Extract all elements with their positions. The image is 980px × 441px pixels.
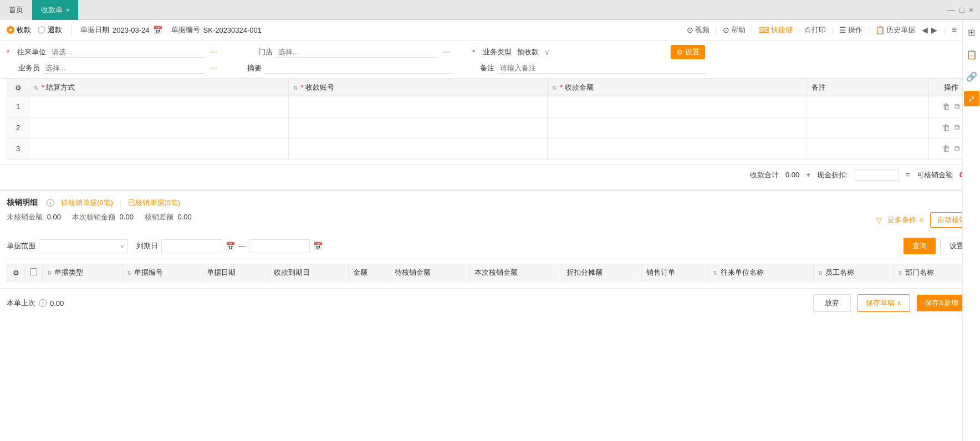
nav-next-icon[interactable]: ▶ bbox=[930, 25, 938, 34]
row-delete-2[interactable]: 🗑 bbox=[942, 123, 950, 132]
radio-receipt[interactable]: 收款 bbox=[7, 25, 31, 35]
store-label: 门店 bbox=[239, 47, 273, 57]
date-from-input[interactable]: 2022-04-01 bbox=[161, 239, 222, 253]
query-button[interactable]: 查询 bbox=[904, 238, 936, 254]
row-note-3[interactable] bbox=[807, 139, 928, 160]
more-conditions-label[interactable]: 更多条件 ∧ bbox=[887, 215, 925, 225]
counterpart-input[interactable] bbox=[49, 47, 205, 58]
tab-close-icon[interactable]: × bbox=[66, 7, 69, 13]
right-sidebar: ⊞ 📋 🔗 ⤢ bbox=[962, 20, 980, 441]
table-section: ⚙ ⇅ * 结算方式 ⇅ * 收款账号 ⇅ * 收款金额 bbox=[0, 79, 980, 164]
save-draft-button[interactable]: 保存草稿 ∧ bbox=[858, 294, 910, 312]
date-filter-label: 到期日 bbox=[136, 241, 158, 251]
footer: 本单上次 i 0.00 放弃 保存草稿 ∧ 保存&新增 ∧ bbox=[0, 288, 980, 317]
row-delete-1[interactable]: 🗑 bbox=[942, 102, 950, 111]
note-field: 备注 bbox=[472, 63, 705, 74]
row-account-2[interactable] bbox=[288, 117, 548, 139]
tab-home-label: 首页 bbox=[9, 5, 23, 15]
row-settle-3[interactable] bbox=[29, 139, 289, 160]
row-note-1[interactable] bbox=[807, 96, 928, 117]
sidebar-link-icon[interactable]: 🔗 bbox=[964, 69, 979, 84]
select-all-checkbox[interactable] bbox=[30, 268, 37, 275]
verify-th-checkbox[interactable] bbox=[25, 264, 43, 281]
row-settle-2[interactable] bbox=[29, 117, 289, 139]
staff-input[interactable] bbox=[43, 63, 205, 74]
verify-info-icon[interactable]: i bbox=[47, 199, 54, 207]
help-icon: ⊙ bbox=[723, 25, 729, 34]
print-btn[interactable]: ⎙ 打印 bbox=[805, 25, 826, 35]
business-type-required-star: * bbox=[472, 48, 475, 57]
row-amount-2[interactable] bbox=[548, 117, 807, 139]
row-copy-1[interactable]: ⧉ bbox=[955, 102, 960, 111]
row-note-2[interactable] bbox=[807, 117, 928, 139]
th-note: 备注 bbox=[807, 79, 928, 96]
col-amount-label: 收款金额 bbox=[565, 83, 594, 91]
sort-icon-account: ⇅ bbox=[293, 85, 298, 91]
stat-value-2: 0.00 bbox=[178, 213, 192, 221]
history-btn[interactable]: 📋 历史单据 bbox=[875, 25, 915, 35]
sidebar-table-icon[interactable]: ⊞ bbox=[964, 24, 979, 40]
date-value: 2023-03-24 bbox=[113, 26, 150, 34]
verify-section: 核销明细 i 待核销单据(0笔) | 已核销单据(0笔) 未核销金额 0.00 … bbox=[0, 189, 980, 288]
range-select[interactable] bbox=[39, 239, 127, 253]
footer-info-icon[interactable]: i bbox=[39, 299, 47, 307]
row-amount-3[interactable] bbox=[548, 139, 807, 160]
note-input[interactable] bbox=[498, 63, 705, 74]
verify-tab-done[interactable]: 已核销单据(0笔) bbox=[128, 198, 180, 208]
maximize-icon[interactable]: □ bbox=[959, 6, 964, 14]
close-window-icon[interactable]: × bbox=[969, 6, 973, 14]
list-view-icon[interactable]: ≡ bbox=[952, 25, 957, 35]
date-to-icon[interactable]: 📅 bbox=[313, 242, 323, 250]
settings-button[interactable]: ⚙ 设置 bbox=[671, 45, 705, 59]
sidebar-clipboard-icon[interactable]: 📋 bbox=[964, 47, 979, 62]
sidebar-expand-icon[interactable]: ⤢ bbox=[964, 91, 979, 106]
summary-input[interactable] bbox=[265, 63, 450, 74]
save-draft-label: 保存草稿 bbox=[866, 298, 895, 308]
minimize-icon[interactable]: — bbox=[947, 6, 955, 14]
verify-th-settings[interactable]: ⚙ bbox=[7, 264, 25, 281]
operation-btn[interactable]: ☰ 操作 bbox=[839, 25, 862, 35]
table-settings-th[interactable]: ⚙ bbox=[7, 79, 29, 96]
verify-th-doc-no: ⇅ 单据编号 bbox=[122, 264, 202, 281]
sort-icon-doc-type: ⇅ bbox=[47, 270, 52, 276]
print-icon: ⎙ bbox=[805, 25, 810, 34]
store-input[interactable] bbox=[276, 47, 437, 58]
row-copy-2[interactable]: ⧉ bbox=[955, 123, 960, 132]
date-to-input[interactable]: 2022-04-12 bbox=[249, 239, 310, 253]
business-type-dropdown-icon[interactable]: ∨ bbox=[544, 48, 550, 57]
footer-left: 本单上次 i 0.00 bbox=[7, 298, 64, 308]
row-amount-1[interactable] bbox=[548, 96, 807, 117]
help-btn[interactable]: ⊙ 帮助 bbox=[723, 25, 746, 35]
counterpart-more-icon[interactable]: ··· bbox=[210, 47, 217, 57]
nav-prev-icon[interactable]: ◀ bbox=[921, 25, 929, 34]
row-account-3[interactable] bbox=[288, 139, 548, 160]
req-star-settle: * bbox=[42, 83, 44, 91]
range-label: 单据范围 bbox=[7, 241, 35, 251]
verify-table-header: ⚙ ⇅ 单据类型 ⇅ 单据编号 单据日期 bbox=[7, 264, 973, 281]
video-btn[interactable]: ⊙ 视频 bbox=[687, 25, 710, 35]
tab-receipt[interactable]: 收款单 × bbox=[32, 0, 78, 20]
radio-refund[interactable]: 退款 bbox=[38, 25, 62, 35]
row-copy-3[interactable]: ⧉ bbox=[955, 144, 960, 153]
discard-button[interactable]: 放弃 bbox=[813, 294, 851, 312]
summary-label: 摘要 bbox=[239, 63, 262, 73]
tab-home[interactable]: 首页 bbox=[0, 0, 32, 20]
store-more-icon[interactable]: ··· bbox=[443, 47, 450, 57]
row-settle-1[interactable] bbox=[29, 96, 289, 117]
verify-tab-pending[interactable]: 待核销单据(0笔) bbox=[61, 198, 113, 208]
business-type-field: * 业务类型 预收款 ∨ ⚙ 设置 bbox=[472, 45, 705, 59]
verify-col-due-date: 收款到期日 bbox=[274, 268, 310, 276]
discount-input[interactable] bbox=[855, 169, 899, 181]
row-delete-3[interactable]: 🗑 bbox=[942, 144, 950, 153]
unrealized-label: 未核销金额 0.00 bbox=[7, 212, 61, 222]
filter-icon[interactable]: ▽ bbox=[876, 216, 882, 224]
date-calendar-icon[interactable]: 📅 bbox=[153, 25, 162, 34]
staff-more-icon[interactable]: ··· bbox=[210, 63, 217, 73]
shortcut-btn[interactable]: ⌨ 快捷键 bbox=[758, 25, 793, 35]
table-row: 1 🗑 ⧉ bbox=[7, 96, 973, 117]
verify-col-sales-order: 销售订单 bbox=[646, 268, 675, 276]
verify-th-current: 本次核销金额 bbox=[469, 264, 562, 281]
row-account-1[interactable] bbox=[288, 96, 548, 117]
date-from-icon[interactable]: 📅 bbox=[226, 242, 235, 250]
radio-refund-label: 退款 bbox=[48, 25, 62, 35]
